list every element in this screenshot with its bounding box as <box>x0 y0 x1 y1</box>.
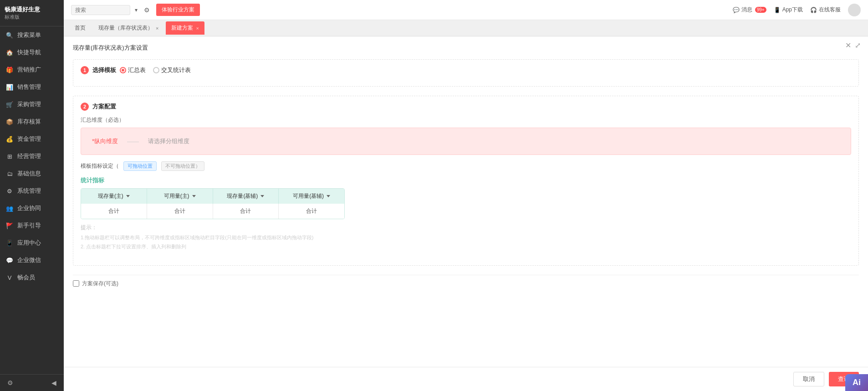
sidebar-item-label: 畅会员 <box>17 273 35 282</box>
industry-plan-button[interactable]: 体验行业方案 <box>156 4 200 16</box>
col-header-3-label: 可用量(基辅) <box>293 192 324 200</box>
sidebar-item-basic[interactable]: 🗂 基础信息 <box>0 165 64 182</box>
customer-service-item[interactable]: 🎧 在线客服 <box>810 6 841 14</box>
col-header-2[interactable]: 现存量(基辅) <box>213 189 279 204</box>
sidebar-item-system[interactable]: ⚙ 系统管理 <box>0 182 64 200</box>
tab-inventory-status[interactable]: 现存量（库存状况表） × <box>93 21 164 35</box>
tip-item-1: 2. 点击标题栏下拉可设置排序、插入列和删除列 <box>81 242 851 252</box>
sidebar-item-label: 企业微信 <box>17 256 41 264</box>
tip-section: 提示： 1.拖动标题栏可以调整布局，不可跨维度或指标区域拖动栏目字段(只能在同一… <box>81 224 851 252</box>
sidebar-item-enterprise[interactable]: 👥 企业协同 <box>0 200 64 217</box>
radio-cross-dot <box>153 67 159 73</box>
messages-badge: 99+ <box>755 7 766 13</box>
app-name: 畅康通好生意 <box>5 5 59 14</box>
sidebar-item-inventory[interactable]: 📦 库存核算 <box>0 113 64 130</box>
cancel-button[interactable]: 取消 <box>793 372 824 386</box>
section1-header: 1 选择模板 汇总表 交叉统计表 <box>81 66 851 74</box>
stat-cell-0-3: 合计 <box>279 204 344 219</box>
section2-title: 方案配置 <box>92 103 116 111</box>
bag-icon: 🛒 <box>5 100 14 108</box>
col-header-3[interactable]: 可用量(基辅) <box>279 189 344 204</box>
radio-summary-label: 汇总表 <box>128 66 146 74</box>
tab-inventory-status-close[interactable]: × <box>156 26 158 31</box>
sidebar-item-label: 新手引导 <box>17 221 41 230</box>
sidebar-item-apps[interactable]: 📱 应用中心 <box>0 234 64 252</box>
sidebar-item-label: 经营管理 <box>17 152 41 160</box>
sidebar-item-label: 销售管理 <box>17 83 41 91</box>
tab-new-plan[interactable]: 新建方案 × <box>166 21 204 35</box>
col-header-2-dropdown[interactable] <box>260 195 264 197</box>
sidebar: 畅康通好生意 标准版 🔍 搜索菜单 🏠 快捷导航 🎁 营销推广 📊 销售管理 🛒… <box>0 0 64 391</box>
section1-num: 1 <box>81 66 89 74</box>
topbar-search-input[interactable] <box>71 5 130 15</box>
sidebar-item-operation[interactable]: ⊞ 经营管理 <box>0 148 64 165</box>
col-header-2-label: 现存量(基辅) <box>227 192 258 200</box>
messages-item[interactable]: 💬 消息 99+ <box>733 6 766 14</box>
tab-new-plan-label: 新建方案 <box>171 24 193 32</box>
ai-badge[interactable]: Ai <box>845 374 868 391</box>
col-header-0[interactable]: 现存量(主) <box>81 189 147 204</box>
sidebar-settings-icon[interactable]: ⚙ <box>7 379 13 386</box>
radio-summary[interactable]: 汇总表 <box>120 66 146 74</box>
page-area: ✕ ⤢ 现存量(库存状况表)方案设置 1 选择模板 汇总表 <box>64 36 868 367</box>
stat-table-header: 现存量(主) 可用量(主) 现存量(基辅) 可用量(基辅) <box>81 189 344 204</box>
sidebar-item-wechat[interactable]: 💬 企业微信 <box>0 252 64 269</box>
tab-home[interactable]: 首页 <box>69 21 91 35</box>
sidebar-collapse-icon[interactable]: ◀ <box>51 379 56 386</box>
app-download-item[interactable]: 📱 App下载 <box>774 6 803 14</box>
tab-new-plan-close[interactable]: × <box>196 26 199 31</box>
panel-controls: ✕ ⤢ <box>845 42 861 49</box>
col-header-1-dropdown[interactable] <box>192 195 196 197</box>
sidebar-item-label: 企业协同 <box>17 204 41 212</box>
col-header-3-dropdown[interactable] <box>327 195 330 197</box>
indicator-draggable-badge: 可拖动位置 <box>123 161 157 171</box>
app-download-label: App下载 <box>782 6 803 14</box>
grid-icon: ⊞ <box>5 152 14 160</box>
col-header-1-label: 可用量(主) <box>164 192 189 200</box>
col-header-0-label: 现存量(主) <box>98 192 123 200</box>
gift-icon: 🎁 <box>5 66 14 74</box>
vertical-dim-placeholder[interactable]: 请选择分组维度 <box>148 137 189 145</box>
phone-icon: 📱 <box>774 7 781 13</box>
section-template: 1 选择模板 汇总表 交叉统计表 <box>73 59 859 87</box>
sidebar-item-marketing[interactable]: 🎁 营销推广 <box>0 61 64 78</box>
stat-cell-0-0: 合计 <box>81 204 147 219</box>
panel-close-icon[interactable]: ✕ <box>845 42 851 49</box>
stat-cell-0-1: 合计 <box>147 204 213 219</box>
home-icon: 🏠 <box>5 48 14 57</box>
app-version: 标准版 <box>5 14 59 21</box>
sidebar-scroll: 🔍 搜索菜单 🏠 快捷导航 🎁 营销推广 📊 销售管理 🛒 采购管理 📦 库存核… <box>0 26 64 374</box>
indicator-setting: 模板指标设定（ 可拖动位置 不可拖动位置） <box>81 161 851 171</box>
stat-label: 统计指标 <box>81 176 851 185</box>
stat-table: 现存量(主) 可用量(主) 现存量(基辅) 可用量(基辅) <box>81 188 345 219</box>
sidebar-item-search-menu[interactable]: 🔍 搜索菜单 <box>0 26 64 44</box>
sidebar-footer: ⚙ ◀ <box>0 374 64 391</box>
sidebar-item-sales[interactable]: 📊 销售管理 <box>0 78 64 96</box>
topbar-gear-icon[interactable]: ⚙ <box>144 6 150 14</box>
sidebar-item-member[interactable]: V 畅会员 <box>0 269 64 286</box>
panel-expand-icon[interactable]: ⤢ <box>855 42 861 49</box>
col-header-0-dropdown[interactable] <box>126 195 130 197</box>
radio-group-template: 汇总表 交叉统计表 <box>120 66 191 74</box>
sidebar-item-label: 快捷导航 <box>17 48 41 57</box>
save-row: 方案保存(可选) <box>73 275 859 292</box>
user-avatar[interactable] <box>848 4 861 16</box>
topbar-right: 💬 消息 99+ 📱 App下载 🎧 在线客服 <box>733 4 861 16</box>
radio-cross[interactable]: 交叉统计表 <box>153 66 191 74</box>
sidebar-item-label: 营销推广 <box>17 66 41 74</box>
sidebar-item-quick-nav[interactable]: 🏠 快捷导航 <box>0 44 64 61</box>
indicator-setting-label: 模板指标设定（ <box>81 162 119 170</box>
col-header-1[interactable]: 可用量(主) <box>147 189 213 204</box>
stat-cell-0-2: 合计 <box>213 204 279 219</box>
vertical-dim-required: *纵向维度 <box>92 137 118 145</box>
sidebar-item-finance[interactable]: 💰 资金管理 <box>0 130 64 148</box>
sidebar-item-guide[interactable]: 🚩 新手引导 <box>0 217 64 234</box>
topbar-dropdown-icon[interactable]: ▾ <box>135 7 138 13</box>
tip-item-0: 1.拖动标题栏可以调整布局，不可跨维度或指标区域拖动栏目字段(只能在同一维度或指… <box>81 233 851 242</box>
panel-title: 现存量(库存状况表)方案设置 <box>73 44 859 52</box>
save-checkbox[interactable] <box>73 280 79 287</box>
messages-label: 消息 <box>741 6 752 14</box>
sidebar-item-purchase[interactable]: 🛒 采购管理 <box>0 96 64 113</box>
save-label: 方案保存(可选) <box>82 280 118 288</box>
wechat-icon: 💬 <box>5 256 14 264</box>
